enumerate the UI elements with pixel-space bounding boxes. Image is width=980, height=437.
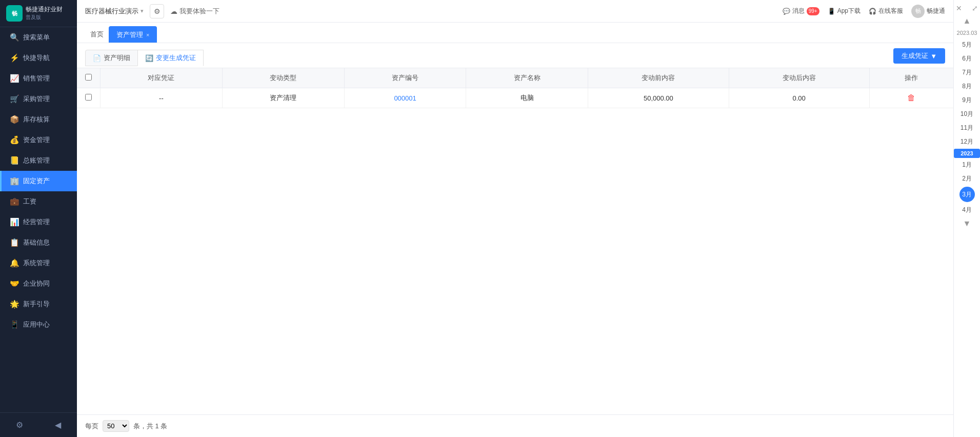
experience-button[interactable]: ☁ 我要体验一下 (170, 7, 219, 16)
sidebar-footer: ⚙ ◀ (0, 412, 77, 437)
sidebar-item-ledger[interactable]: 📒 总账管理 (0, 150, 77, 171)
sales-icon: 📈 (10, 74, 19, 83)
month-1[interactable]: 1月 (954, 158, 980, 172)
delete-row-button[interactable]: 🗑 (907, 93, 915, 103)
message-label: 消息 (792, 7, 805, 15)
tab-close-icon[interactable]: × (146, 32, 149, 38)
sidebar-item-funds[interactable]: 💰 资金管理 (0, 130, 77, 150)
pagination: 每页 50 10 20 100 条，共 1 条 (77, 414, 953, 437)
generate-voucher-label: 生成凭证 (902, 51, 928, 61)
topbar-settings-button[interactable]: ⚙ (150, 4, 164, 18)
sidebar-label-search: 搜索菜单 (23, 33, 50, 42)
system-icon: 🔔 (10, 259, 19, 268)
header-voucher: 对应凭证 (101, 68, 223, 88)
sidebar-item-inventory[interactable]: 📦 库存核算 (0, 109, 77, 130)
select-all-checkbox[interactable] (85, 74, 92, 81)
month-5[interactable]: 5月 (954, 38, 980, 52)
user-name: 畅捷通 (927, 7, 945, 15)
sidebar-item-quick-nav[interactable]: ⚡ 快捷导航 (0, 48, 77, 68)
panel-close-button[interactable]: ✕ (956, 4, 962, 12)
month-8[interactable]: 8月 (954, 80, 980, 93)
asset-table: 对应凭证 变动类型 资产编号 资产名称 变动前内容 变动后内容 操作 (77, 68, 953, 108)
topbar-right: 💬 消息 99+ 📱 App下载 🎧 在线客服 畅 畅捷通 (783, 5, 945, 18)
avatar: 畅 (911, 5, 925, 18)
sidebar-item-app-center[interactable]: 📱 应用中心 (0, 314, 77, 335)
collapse-sidebar-icon[interactable]: ◀ (51, 418, 65, 432)
search-icon: 🔍 (10, 33, 19, 42)
sidebar-label-app-center: 应用中心 (23, 320, 50, 329)
page-content: 📄 资产明细 🔄 变更生成凭证 生成凭证 ▼ (77, 43, 953, 437)
per-page-select[interactable]: 50 10 20 100 (103, 420, 129, 432)
topbar: 医疗器械行业演示 ▾ ⚙ ☁ 我要体验一下 💬 消息 99+ 📱 App下载 🎧… (77, 0, 953, 23)
sidebar-item-purchase[interactable]: 🛒 采购管理 (0, 89, 77, 109)
row-checkbox[interactable] (85, 94, 92, 101)
month-12[interactable]: 12月 (954, 135, 980, 149)
sidebar: 畅 畅捷通好业财 普及版 🔍 搜索菜单 ⚡ 快捷导航 📈 销售管理 🛒 采购管理… (0, 0, 77, 437)
tab-home[interactable]: 首页 (85, 26, 109, 43)
app-download-button[interactable]: 📱 App下载 (828, 7, 861, 15)
app-download-label: App下载 (837, 7, 861, 15)
row-asset-name: 电脑 (466, 88, 588, 108)
fixed-assets-icon: 🏢 (10, 176, 19, 186)
total-text: 条，共 1 条 (133, 422, 167, 431)
sidebar-item-search[interactable]: 🔍 搜索菜单 (0, 27, 77, 48)
sub-tab-asset-detail[interactable]: 📄 资产明细 (85, 50, 138, 66)
sidebar-item-fixed-assets[interactable]: 🏢 固定资产 (0, 171, 77, 191)
sidebar-item-operations[interactable]: 📊 经营管理 (0, 212, 77, 232)
header-change-type: 变动类型 (222, 68, 344, 88)
row-voucher: -- (101, 88, 223, 108)
month-7[interactable]: 7月 (954, 66, 980, 80)
table-wrap: 对应凭证 变动类型 资产编号 资产名称 变动前内容 变动后内容 操作 (77, 68, 953, 414)
sidebar-item-basic-info[interactable]: 📋 基础信息 (0, 232, 77, 253)
month-10[interactable]: 10月 (954, 107, 980, 121)
sub-tab-asset-detail-label: 资产明细 (104, 53, 130, 63)
sidebar-label-enterprise: 企业协同 (23, 279, 50, 288)
settings-footer-icon[interactable]: ⚙ (12, 418, 27, 432)
user-menu[interactable]: 畅 畅捷通 (911, 5, 945, 18)
sidebar-label-quick-nav: 快捷导航 (23, 53, 50, 63)
customer-service-label: 在线客服 (878, 7, 903, 15)
sidebar-menu: 🔍 搜索菜单 ⚡ 快捷导航 📈 销售管理 🛒 采购管理 📦 库存核算 💰 资金管… (0, 27, 77, 412)
month-9[interactable]: 9月 (954, 93, 980, 107)
sidebar-label-salary: 工资 (23, 197, 36, 206)
generate-voucher-button[interactable]: 生成凭证 ▼ (893, 48, 945, 64)
month-11[interactable]: 11月 (954, 121, 980, 135)
sidebar-item-salary[interactable]: 💼 工资 (0, 191, 77, 212)
month-4[interactable]: 4月 (954, 203, 980, 217)
tab-asset-management[interactable]: 资产管理 × (109, 26, 157, 43)
headset-icon: 🎧 (869, 8, 876, 15)
change-voucher-icon: 🔄 (145, 54, 153, 62)
asset-detail-icon: 📄 (93, 54, 101, 62)
sidebar-item-enterprise[interactable]: 🤝 企业协同 (0, 273, 77, 294)
sidebar-item-sales[interactable]: 📈 销售管理 (0, 68, 77, 89)
sidebar-label-ledger: 总账管理 (23, 156, 50, 165)
logo-text: 畅捷通好业财 (26, 6, 63, 14)
company-name: 医疗器械行业演示 (85, 7, 138, 16)
month-6[interactable]: 6月 (954, 52, 980, 66)
panel-expand-button[interactable]: ⤢ (972, 4, 978, 12)
sub-tab-change-voucher[interactable]: 🔄 变更生成凭证 (137, 50, 204, 66)
calendar-down-arrow[interactable]: ▼ (961, 217, 973, 230)
purchase-icon: 🛒 (10, 94, 19, 104)
enterprise-icon: 🤝 (10, 279, 19, 288)
row-asset-code: 000001 (344, 88, 466, 108)
sidebar-label-system: 系统管理 (23, 259, 50, 268)
calendar-up-arrow[interactable]: ▲ (961, 14, 973, 28)
tabs-bar: 首页 资产管理 × (77, 23, 953, 43)
customer-service-button[interactable]: 🎧 在线客服 (869, 7, 903, 15)
row-change-type: 资产清理 (222, 88, 344, 108)
year-display: 2023.03 (954, 28, 980, 38)
month-3-active[interactable]: 3月 (959, 187, 975, 202)
sidebar-item-guide[interactable]: 🌟 新手引导 (0, 294, 77, 314)
quick-nav-icon: ⚡ (10, 53, 19, 63)
year-2023-marker[interactable]: 2023 (954, 149, 980, 158)
month-2[interactable]: 2月 (954, 172, 980, 186)
message-icon: 💬 (783, 8, 790, 15)
sidebar-label-purchase: 采购管理 (23, 94, 50, 104)
sidebar-label-inventory: 库存核算 (23, 115, 50, 124)
sidebar-item-system[interactable]: 🔔 系统管理 (0, 253, 77, 273)
salary-icon: 💼 (10, 197, 19, 206)
message-button[interactable]: 💬 消息 99+ (783, 7, 819, 15)
company-selector[interactable]: 医疗器械行业演示 ▾ (85, 7, 144, 16)
header-before-change: 变动前内容 (588, 68, 729, 88)
